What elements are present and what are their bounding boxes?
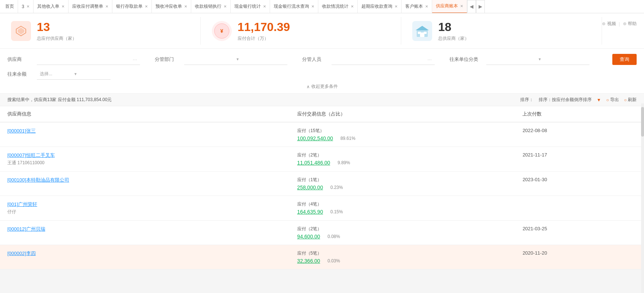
trans-percentage: 9.89% <box>337 160 350 165</box>
scrollbar[interactable] <box>641 103 644 269</box>
stat-payable-suppliers: 13 总应付供应商（家） <box>0 17 201 45</box>
help-link[interactable]: ⊙ 帮助 <box>623 21 637 27</box>
close-icon[interactable]: ✕ <box>105 4 108 8</box>
category-select[interactable]: ▼ <box>486 54 589 65</box>
nav-tab-receipt[interactable]: 收款核销执行 ✕ <box>191 0 231 13</box>
close-icon[interactable]: ✕ <box>62 4 64 8</box>
supplier-link[interactable]: [000002]李四 <box>7 251 36 256</box>
supplier-link[interactable]: [000001]张三 <box>7 128 36 134</box>
collapse-up-icon: ∧ <box>307 84 310 89</box>
refresh-icon: ○ <box>624 97 627 103</box>
person-dots-icon[interactable]: ··· <box>427 56 432 62</box>
filter-row-1: 供应商 ··· 分管部门 ▼ 分管人员 ··· 往来单位分类 ▼ 查询 <box>7 54 637 65</box>
nav-tab-customer-ledger[interactable]: 客户账本 ✕ <box>402 0 432 13</box>
trans-amount[interactable]: 11,051,486.00 <box>297 160 330 166</box>
top-navigation: 首页 3 ✕ 其他收入单 ✕ 应收应付调整单 ✕ 银行存取款单 ✕ 预收冲应收单… <box>0 0 644 13</box>
person-input-wrapper[interactable]: ··· <box>332 54 435 65</box>
close-icon[interactable]: ✕ <box>425 4 428 8</box>
stat-total-content: 11,170.39 应付合计（万） <box>238 20 290 42</box>
payable-suppliers-number: 13 <box>37 20 77 34</box>
close-icon[interactable]: ✕ <box>460 4 463 8</box>
refresh-button[interactable]: ○ 刷新 <box>624 97 637 103</box>
close-icon[interactable]: ✕ <box>395 4 398 8</box>
table-row: [000012]广州贝瑞应付（2笔）94,600.000.08%2021-03-… <box>0 221 644 245</box>
trans-amount[interactable]: 164,635.90 <box>297 209 323 215</box>
supplier-input[interactable] <box>40 57 133 62</box>
close-icon[interactable]: ✕ <box>27 4 29 8</box>
supplier-info-cell: [000012]广州贝瑞 <box>0 221 290 245</box>
last-payment-cell: 2020-11-20 <box>515 245 644 269</box>
trans-amount[interactable]: 258,000.00 <box>297 185 323 190</box>
nav-tab-cash-flow[interactable]: 现金银行流水查询 ✕ <box>270 0 318 13</box>
table-row: [001]广州荣轩仔仔应付（4笔）164,635.900.15% <box>0 196 644 221</box>
close-icon[interactable]: ✕ <box>145 4 148 8</box>
person-input[interactable] <box>335 57 427 62</box>
supplier-table: 供应商信息 应付交易信息（占比） 上次付数 [000001]张三应付（15笔）1… <box>0 106 644 269</box>
supplier-input-wrapper[interactable]: ··· <box>37 54 140 65</box>
trans-percentage: 89.61% <box>340 136 356 141</box>
supplier-sub-info: 王通 17106110000 <box>7 160 283 166</box>
dept-label: 分管部门 <box>155 56 184 63</box>
sort-dropdown-icon[interactable]: ▼ <box>597 97 601 103</box>
supplier-link[interactable]: [000007]恒旺二手叉车 <box>7 152 55 158</box>
close-icon[interactable]: ✕ <box>184 4 187 8</box>
supplier-sub-info: 仔仔 <box>7 209 283 215</box>
svg-marker-1 <box>18 28 24 34</box>
trans-amount[interactable]: 32,366.00 <box>297 258 320 264</box>
close-icon[interactable]: ✕ <box>263 4 266 8</box>
scroll-thumb[interactable] <box>641 107 644 137</box>
trans-label: 应付（2笔） <box>297 226 508 232</box>
filter-row-2: 往来余额 选择... ▼ <box>7 69 637 80</box>
nav-tab-home[interactable]: 首页 <box>1 0 18 13</box>
table-row: [000001]张三应付（15笔）100,092,540.0089.61%202… <box>0 122 644 147</box>
category-dropdown-icon: ▼ <box>538 57 587 61</box>
video-link[interactable]: ⊙ 视频 <box>602 21 616 27</box>
nav-tab-other-income[interactable]: 其他收入单 ✕ <box>34 0 69 13</box>
transaction-info-cell: 应付（15笔）100,092,540.0089.61% <box>290 122 515 147</box>
supplier-link[interactable]: [001]广州荣轩 <box>7 201 37 207</box>
supplier-link[interactable]: [000012]广州贝瑞 <box>7 226 45 232</box>
supplier-link[interactable]: [000100]本特勒油品有限公司 <box>7 177 69 183</box>
nav-tab-ar-adjustment[interactable]: 应收应付调整单 ✕ <box>69 0 112 13</box>
close-icon[interactable]: ✕ <box>351 4 354 8</box>
supplier-dots-icon[interactable]: ··· <box>133 56 137 62</box>
results-bar: 搜索结果中，供应商13家 应付金额 111,703,854.00元 排序： 排序… <box>0 94 644 106</box>
nav-tab-bank-deposit[interactable]: 银行存取款单 ✕ <box>112 0 152 13</box>
close-icon[interactable]: ✕ <box>311 4 314 8</box>
nav-tab-supplier-ledger[interactable]: 供应商账本 ✕ <box>432 0 467 13</box>
export-button[interactable]: ○ 导出 <box>606 97 619 103</box>
balance-select[interactable]: 选择... ▼ <box>37 69 111 80</box>
svg-text:¥: ¥ <box>220 28 223 34</box>
collapse-button[interactable]: ∧ 收起更多条件 <box>7 83 637 90</box>
query-button[interactable]: 查询 <box>612 54 637 65</box>
balance-dropdown-icon: ▼ <box>74 72 108 76</box>
trans-label: 应付（5笔） <box>297 250 508 256</box>
refresh-label: 刷新 <box>628 97 637 103</box>
trans-amount[interactable]: 100,092,540.00 <box>297 135 333 141</box>
trans-label: 应付（2笔） <box>297 152 508 158</box>
stat-total-payable: ¥ 11,170.39 应付合计（万） <box>201 17 402 45</box>
trans-percentage: 0.08% <box>328 234 340 239</box>
dept-dropdown-icon: ▼ <box>236 57 284 61</box>
nav-next-arrow[interactable]: ▶ <box>476 0 485 13</box>
transaction-info-cell: 应付（4笔）164,635.900.15% <box>290 196 515 221</box>
total-payable-number: 11,170.39 <box>238 20 290 34</box>
nav-tab-3[interactable]: 3 ✕ <box>18 0 34 13</box>
close-icon[interactable]: ✕ <box>224 4 227 8</box>
trans-amount[interactable]: 94,600.00 <box>297 234 320 239</box>
nav-tab-receipt-stat[interactable]: 收款情况统计 ✕ <box>318 0 358 13</box>
trans-percentage: 0.03% <box>328 258 340 263</box>
nav-tab-cash-stat[interactable]: 现金银行统计 ✕ <box>231 0 270 13</box>
stats-bar: 13 总应付供应商（家） ¥ 11,170.39 应付合计（万） <box>0 13 644 49</box>
filter-area: 供应商 ··· 分管部门 ▼ 分管人员 ··· 往来单位分类 ▼ 查询 往来余额 <box>0 49 644 94</box>
svg-rect-8 <box>424 32 427 34</box>
dept-select[interactable]: ▼ <box>184 54 287 65</box>
nav-tab-overdue[interactable]: 超期应收款查询 ✕ <box>358 0 402 13</box>
supplier-info-cell: [001]广州荣轩仔仔 <box>0 196 290 221</box>
nav-prev-arrow[interactable]: ◀ <box>467 0 476 13</box>
supplier-info-cell: [000001]张三 <box>0 122 290 147</box>
export-label: 导出 <box>610 97 619 103</box>
collapse-label: 收起更多条件 <box>311 83 338 90</box>
nav-tab-prepay[interactable]: 预收冲应收单 ✕ <box>152 0 191 13</box>
sort-select[interactable]: 排序：按应付余额倒序排序 <box>539 97 592 103</box>
